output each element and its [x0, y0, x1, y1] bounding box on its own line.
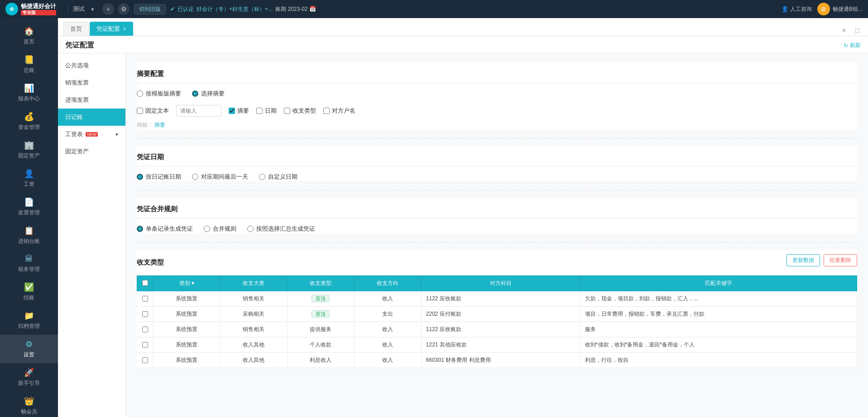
row-checkbox[interactable]	[142, 342, 148, 348]
date-option2[interactable]: 对应期间最后一天	[192, 173, 248, 181]
certified-label: 已认证	[177, 5, 194, 13]
window-close-button[interactable]: ×	[839, 26, 849, 36]
tab-home[interactable]: 首页	[63, 22, 89, 36]
table-header-row: 类别 ▾ 收支大类 收支类型 收支方向 对方科目 匹配关键字	[137, 276, 857, 291]
row-subject: 1221 其他应收款	[421, 337, 580, 353]
type-checkbox[interactable]: 收支类型	[284, 107, 316, 115]
date-radio1[interactable]	[137, 174, 143, 180]
dropdown-arrow[interactable]: ▾	[91, 6, 94, 13]
sidebar-item-assets[interactable]: 🏢 固定资产	[0, 136, 58, 164]
col-direction: 收支方向	[354, 276, 421, 291]
logo-icon: 会	[5, 3, 18, 15]
date-radio3[interactable]	[259, 174, 265, 180]
sidebar-item-purchase[interactable]: 📋 进销台账	[0, 221, 58, 250]
date-radio2[interactable]	[192, 174, 198, 180]
sub-sidebar-item-fixed-assets[interactable]: 固定资产	[58, 143, 125, 160]
service-button[interactable]: 👤 人工咨询	[782, 5, 812, 13]
sidebar-item-archive[interactable]: 📁 归档管理	[0, 306, 58, 335]
header-checkbox-col[interactable]	[137, 276, 153, 291]
merge-radio1[interactable]	[137, 226, 143, 232]
merge-radio3[interactable]	[247, 226, 254, 232]
sidebar-item-member[interactable]: 👑 畅会员	[0, 392, 58, 417]
sub-sidebar-item-payroll[interactable]: 工资表 NEW ▾	[58, 126, 125, 143]
fixed-text-input[interactable]	[176, 105, 221, 117]
date-option3[interactable]: 自定义日期	[259, 173, 297, 181]
row-subject: 1122 应收账款	[421, 322, 580, 337]
archive-icon: 📁	[24, 311, 34, 321]
merge-rules-title: 凭证合并规则	[137, 198, 857, 218]
finance-icon: 💰	[24, 112, 34, 122]
page-header: 凭证配置 ↻ 刷新	[58, 36, 868, 53]
merge-option1[interactable]: 单条记录生成凭证	[137, 225, 193, 233]
sub-sidebar-item-journal[interactable]: 日记账	[58, 109, 125, 126]
member-icon: 👑	[24, 396, 34, 406]
sidebar-item-reports[interactable]: 📊 报表中心	[0, 79, 58, 107]
window-maximize-button[interactable]: □	[853, 26, 863, 36]
preset-tag[interactable]: 置顶	[312, 295, 330, 302]
sidebar-item-home[interactable]: 🏠 首页	[0, 22, 58, 50]
row-keywords: 利息，行往，按自	[580, 353, 857, 368]
user-menu[interactable]: 捷 畅捷通B组...	[817, 3, 863, 15]
col-category: 类别 ▾	[153, 276, 221, 291]
summary-option2[interactable]: 选择摘要	[192, 90, 225, 98]
table-row: 系统预置 收入其他 个人收款 收入 1221 其他应收款 收到*借款，收到*备用…	[137, 337, 857, 353]
fixed-text-checkbox[interactable]: 固定文本	[137, 107, 169, 115]
fixed-text-check[interactable]	[137, 108, 143, 114]
summary-radio1[interactable]	[137, 90, 143, 97]
batch-delete-button[interactable]: 批量删除	[824, 254, 857, 266]
row-checkbox-cell[interactable]	[137, 322, 153, 337]
row-sub-type: 提供服务	[287, 322, 354, 337]
row-direction: 收入	[354, 291, 421, 307]
type-check[interactable]	[284, 108, 290, 114]
sidebar-item-invoice[interactable]: 📄 发票管理	[0, 193, 58, 221]
select-all-checkbox[interactable]	[142, 280, 148, 286]
sidebar-item-tax[interactable]: 🏛 税务管理	[0, 250, 58, 278]
date-check[interactable]	[256, 108, 263, 114]
sidebar-item-salary[interactable]: 👤 工资	[0, 164, 58, 193]
merge-radio2[interactable]	[204, 226, 210, 232]
summary-option1[interactable]: 按模板版摘要	[137, 90, 181, 98]
summary-check[interactable]	[229, 108, 235, 114]
row-main-type: 销售相关	[220, 322, 287, 337]
sub-sidebar-item-sales[interactable]: 销项发票	[58, 74, 125, 91]
tab-voucher-config[interactable]: 凭证配置 ×	[90, 22, 133, 36]
summary-radio2[interactable]	[192, 90, 198, 97]
row-checkbox[interactable]	[142, 311, 148, 317]
row-checkbox[interactable]	[142, 357, 148, 363]
row-checkbox[interactable]	[142, 327, 148, 332]
row-main-type: 采购相关	[220, 307, 287, 322]
sidebar-item-close[interactable]: ✅ 结账	[0, 278, 58, 306]
income-expense-title: 收支类型	[137, 258, 164, 267]
update-data-button[interactable]: 更新数据	[786, 254, 820, 266]
sub-sidebar-item-public[interactable]: 公共选项	[58, 57, 125, 74]
row-checkbox-cell[interactable]	[137, 353, 153, 368]
switch-version-button[interactable]: 切到旧版	[134, 4, 166, 14]
row-direction: 支出	[354, 307, 421, 322]
settings-button[interactable]: ⚙	[118, 3, 129, 15]
add-button[interactable]: +	[102, 3, 114, 15]
row-checkbox-cell[interactable]	[137, 337, 153, 353]
row-main-type: 收入其他	[220, 353, 287, 368]
row-sub-type: 置顶	[287, 307, 354, 322]
sub-sidebar-item-purchase-inv[interactable]: 进项发票	[58, 91, 125, 109]
counterparty-checkbox[interactable]: 对方户名	[323, 107, 355, 115]
sidebar-item-ledger[interactable]: 📒 总账	[0, 50, 58, 79]
page-title: 凭证配置	[65, 41, 94, 50]
row-checkbox-cell[interactable]	[137, 291, 153, 307]
tab-close-icon[interactable]: ×	[123, 25, 126, 33]
date-option1[interactable]: 按日记账日期	[137, 173, 181, 181]
row-checkbox[interactable]	[142, 296, 148, 302]
merge-option3[interactable]: 按照选择汇总生成凭证	[247, 225, 315, 233]
preset-tag[interactable]: 置顶	[312, 310, 330, 317]
sidebar-item-finance[interactable]: 💰 资金管理	[0, 107, 58, 136]
refresh-button[interactable]: ↻ 刷新	[844, 42, 861, 49]
row-checkbox-cell[interactable]	[137, 307, 153, 322]
counterparty-check[interactable]	[323, 108, 330, 114]
summary-checkbox[interactable]: 摘要	[229, 107, 249, 115]
date-checkbox[interactable]: 日期	[256, 107, 277, 115]
col-main-type: 收支大类	[220, 276, 287, 291]
sidebar-item-guide[interactable]: 🚀 新手引导	[0, 363, 58, 392]
sidebar-item-settings[interactable]: ⚙ 设置	[0, 335, 58, 363]
merge-option2[interactable]: 合并规则	[204, 225, 236, 233]
table-row: 系统预置 销售相关 提供服务 收入 1122 应收账款 服务	[137, 322, 857, 337]
